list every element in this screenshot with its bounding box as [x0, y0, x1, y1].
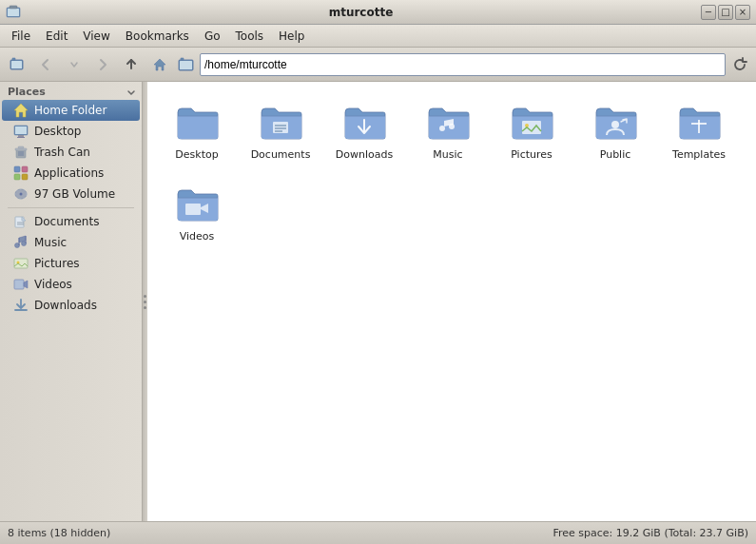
menu-tools[interactable]: Tools [228, 28, 272, 45]
sidebar-item-pictures[interactable]: Pictures [2, 253, 140, 274]
svg-point-23 [20, 193, 23, 196]
places-collapse-icon[interactable] [126, 87, 136, 97]
close-button[interactable]: × [735, 5, 750, 20]
window-title: mturcotte [21, 6, 701, 19]
forward-button[interactable] [89, 51, 116, 78]
list-item[interactable]: Videos [159, 175, 235, 249]
home-button[interactable] [146, 51, 173, 78]
svg-point-42 [449, 124, 455, 129]
reload-button[interactable] [727, 52, 752, 77]
folder-icon-videos [174, 181, 220, 226]
titlebar-app-icon [6, 5, 21, 20]
address-bar-container [175, 52, 752, 77]
folder-icon-public [592, 99, 638, 145]
splitter-dots [144, 295, 146, 309]
list-item[interactable]: Public [577, 93, 653, 167]
sidebar-label-desktop: Desktop [34, 125, 82, 138]
svg-point-45 [611, 121, 619, 128]
address-icon [175, 53, 198, 76]
trash-icon [13, 145, 29, 160]
drive-icon [13, 186, 29, 202]
svg-rect-20 [22, 174, 28, 180]
svg-rect-8 [15, 126, 27, 134]
svg-rect-9 [18, 135, 24, 137]
svg-rect-2 [10, 6, 17, 9]
file-label: Downloads [336, 148, 393, 162]
svg-rect-12 [15, 148, 27, 150]
sidebar-item-videos[interactable]: Videos [2, 274, 140, 295]
svg-rect-34 [14, 280, 24, 289]
back-button[interactable] [32, 51, 59, 78]
documents-icon [13, 214, 29, 229]
folder-icon-music [425, 99, 471, 145]
list-item[interactable]: Music [410, 93, 486, 167]
svg-point-41 [439, 126, 445, 131]
maximize-button[interactable]: □ [718, 5, 733, 20]
sidebar-item-applications[interactable]: Applications [2, 163, 140, 184]
file-label: Pictures [511, 148, 552, 162]
menu-edit[interactable]: Edit [38, 28, 75, 45]
sidebar-item-trash[interactable]: Trash Can [2, 142, 140, 163]
up-button[interactable] [118, 51, 145, 78]
sidebar-item-home-folder[interactable]: Home Folder [2, 100, 140, 121]
home-icon [13, 103, 29, 118]
menubar: File Edit View Bookmarks Go Tools Help [0, 25, 756, 48]
statusbar-left: 8 items (18 hidden) [8, 527, 110, 539]
file-label: Templates [672, 148, 726, 162]
sidebar-item-downloads[interactable]: Downloads [2, 295, 140, 316]
files-grid: Desktop Documents [159, 93, 745, 250]
list-item[interactable]: Pictures [494, 93, 570, 167]
folder-icon-documents [258, 99, 303, 145]
sidebar-item-97gb-volume[interactable]: 97 GB Volume [2, 184, 140, 204]
sidebar-label-trash: Trash Can [34, 146, 90, 159]
titlebar: mturcotte − □ × [0, 0, 756, 25]
sidebar-item-music[interactable]: Music [2, 232, 140, 253]
svg-rect-32 [14, 259, 28, 268]
desktop-icon [13, 124, 29, 139]
sidebar-item-documents[interactable]: Documents [2, 211, 140, 232]
folder-icon-templates [676, 99, 722, 145]
menu-file[interactable]: File [4, 28, 38, 45]
downloads-icon [13, 298, 29, 313]
folder-icon-desktop [174, 99, 220, 145]
music-icon [13, 235, 29, 250]
sidebar-label-videos: Videos [34, 278, 72, 291]
file-label: Music [433, 148, 462, 162]
menu-view[interactable]: View [75, 28, 117, 45]
videos-icon [13, 277, 29, 292]
folder-icon-pictures [509, 99, 554, 145]
menu-help[interactable]: Help [271, 28, 312, 45]
file-label: Desktop [175, 148, 218, 162]
svg-rect-17 [14, 166, 20, 172]
address-input[interactable] [200, 53, 726, 76]
svg-rect-13 [18, 146, 24, 148]
sidebar-label-home-folder: Home Folder [34, 104, 107, 117]
svg-rect-10 [17, 137, 25, 138]
sidebar-places-header: Places [0, 82, 142, 100]
sidebar-label-97gb-volume: 97 GB Volume [34, 187, 115, 201]
svg-rect-6 [180, 61, 192, 69]
list-item[interactable]: Templates [661, 93, 737, 167]
sidebar-label-applications: Applications [34, 166, 104, 180]
menu-bookmarks[interactable]: Bookmarks [118, 28, 197, 45]
file-label: Videos [180, 230, 215, 243]
sidebar-divider [8, 207, 134, 208]
files-area: Desktop Documents [147, 82, 756, 521]
new-window-button[interactable] [4, 51, 30, 78]
list-item[interactable]: Downloads [326, 93, 402, 167]
list-item[interactable]: Desktop [159, 93, 235, 167]
back-dropdown-button[interactable] [61, 51, 87, 78]
svg-rect-18 [22, 166, 28, 172]
sidebar-label-documents: Documents [34, 215, 99, 228]
minimize-button[interactable]: − [701, 5, 716, 20]
svg-rect-1 [8, 9, 19, 16]
list-item[interactable]: Documents [242, 93, 319, 167]
applications-icon [13, 165, 29, 181]
sidebar-item-desktop[interactable]: Desktop [2, 121, 140, 142]
main-layout: Places Home Folder [0, 82, 756, 521]
pictures-icon [13, 256, 29, 271]
file-label: Documents [251, 148, 311, 162]
menu-go[interactable]: Go [197, 28, 228, 45]
svg-rect-48 [185, 204, 201, 215]
svg-rect-4 [11, 61, 22, 68]
